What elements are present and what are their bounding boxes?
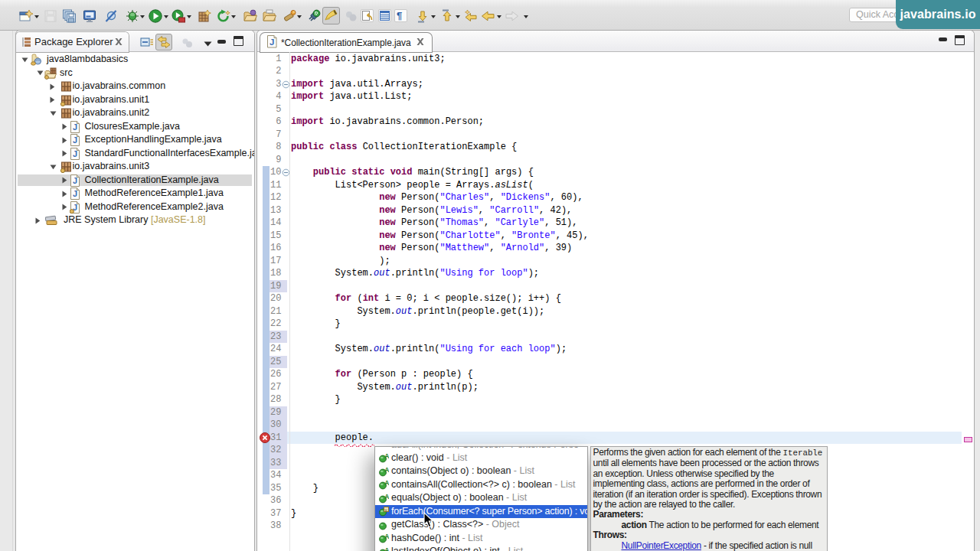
svg-text:J: J [73, 176, 77, 185]
svg-text:A: A [384, 453, 389, 460]
svg-text:J: J [73, 122, 77, 132]
svg-text:A: A [384, 494, 389, 500]
svg-text:A: A [384, 533, 389, 540]
svg-text:J: J [73, 149, 77, 158]
svg-text:J: J [73, 135, 77, 145]
svg-text:A: A [384, 480, 389, 487]
svg-text:J: J [270, 37, 274, 47]
svg-text:u: u [385, 507, 387, 512]
svg-text:A: A [384, 547, 389, 551]
svg-text:A: A [384, 467, 389, 474]
svg-text:J: J [73, 189, 77, 198]
